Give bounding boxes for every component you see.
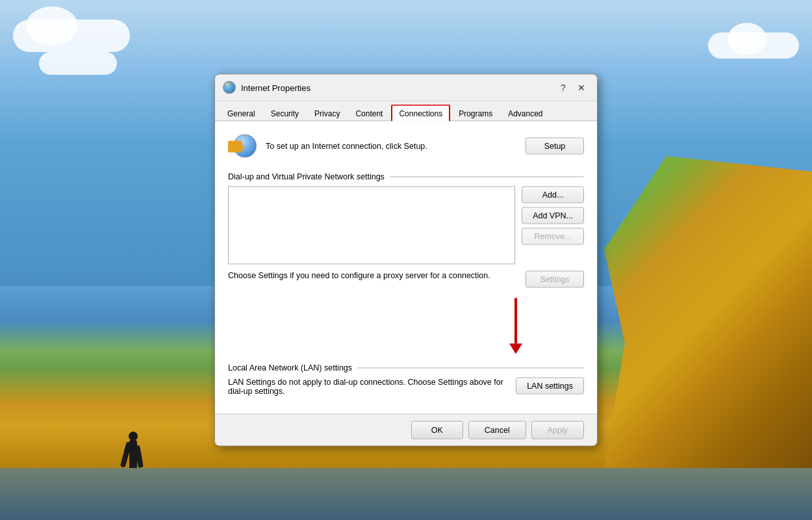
annotation-area [228, 298, 584, 363]
vpn-section: Dial-up and Virtual Private Network sett… [228, 172, 584, 288]
dialog-footer: OK Cancel Apply [215, 414, 597, 446]
setup-row: To set up an Internet connection, click … [228, 132, 584, 161]
cloud-1 [13, 20, 130, 52]
lan-settings-button[interactable]: LAN settings [516, 378, 584, 395]
lan-section-header: Local Area Network (LAN) settings [228, 363, 584, 372]
dialog-title: Internet Properties [241, 83, 311, 92]
title-controls: ? ✕ [555, 80, 589, 96]
vpn-list-area: Add... Add VPN... Remove... [228, 187, 584, 265]
proxy-note-text: Choose Settings if you need to configure… [228, 271, 519, 280]
cancel-button[interactable]: Cancel [468, 421, 526, 439]
ok-button[interactable]: OK [411, 421, 463, 439]
lan-section-line [357, 367, 584, 368]
cloud-3 [708, 32, 799, 58]
add-vpn-button[interactable]: Add VPN... [522, 207, 584, 224]
tab-general[interactable]: General [220, 105, 262, 122]
vpn-section-header: Dial-up and Virtual Private Network sett… [228, 172, 584, 181]
lan-buttons-row: LAN Settings do not apply to dial-up con… [228, 378, 584, 396]
dialog-content: To set up an Internet connection, click … [215, 122, 597, 414]
red-arrow [509, 298, 522, 354]
close-button[interactable]: ✕ [574, 80, 589, 96]
add-button[interactable]: Add... [522, 187, 584, 203]
lan-section-title: Local Area Network (LAN) settings [228, 363, 352, 372]
cloud-2 [39, 52, 117, 75]
lan-section: Local Area Network (LAN) settings LAN Se… [228, 363, 584, 396]
vpn-section-line [390, 176, 584, 177]
tab-security[interactable]: Security [264, 105, 306, 122]
proxy-settings-button[interactable]: Settings [526, 271, 584, 288]
title-bar-left: Internet Properties [223, 81, 311, 94]
arrow-head [509, 344, 522, 354]
arrow-part [240, 144, 245, 151]
vpn-list[interactable] [228, 187, 515, 265]
network-icon [228, 132, 257, 161]
proxy-note: Choose Settings if you need to configure… [228, 271, 584, 288]
remove-button[interactable]: Remove... [522, 228, 584, 245]
tab-bar: General Security Privacy Content Connect… [215, 101, 597, 122]
tab-privacy[interactable]: Privacy [307, 105, 347, 122]
internet-properties-dialog: Internet Properties ? ✕ General Security… [214, 74, 598, 447]
tab-content[interactable]: Content [348, 105, 390, 122]
tab-connections[interactable]: Connections [391, 105, 450, 122]
globe-icon [223, 81, 236, 94]
setup-description: To set up an Internet connection, click … [266, 142, 516, 151]
dialog-wrapper: Internet Properties ? ✕ General Security… [214, 74, 598, 447]
setup-button[interactable]: Setup [526, 138, 584, 155]
arrow-shaft [514, 298, 517, 344]
dialog-icon [223, 81, 236, 94]
help-button[interactable]: ? [555, 80, 571, 96]
tab-advanced[interactable]: Advanced [501, 105, 550, 122]
tab-programs[interactable]: Programs [451, 105, 500, 122]
apply-button[interactable]: Apply [531, 421, 584, 439]
water [0, 468, 812, 520]
vpn-buttons: Add... Add VPN... Remove... [522, 187, 584, 265]
runner-silhouette [117, 390, 149, 468]
title-bar: Internet Properties ? ✕ [215, 75, 597, 101]
vpn-section-title: Dial-up and Virtual Private Network sett… [228, 172, 385, 181]
cliff-rock [604, 156, 812, 468]
lan-description: LAN Settings do not apply to dial-up con… [228, 378, 509, 396]
